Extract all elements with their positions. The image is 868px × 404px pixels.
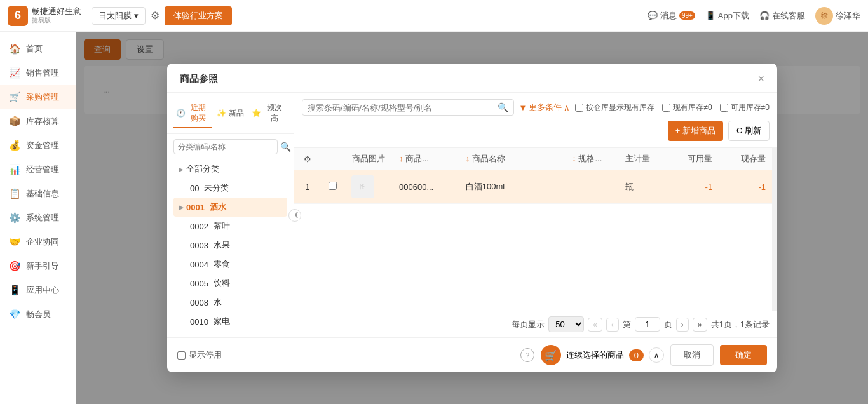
category-search-btn[interactable]: 🔍: [280, 142, 291, 152]
app-download-nav[interactable]: 📱 App下载: [705, 10, 749, 22]
table-wrapper: ⚙ 商品图片 ↕ 商品...: [294, 148, 777, 311]
message-nav[interactable]: 💬 消息 99+: [648, 10, 695, 22]
product-search-input[interactable]: [308, 103, 498, 112]
category-tree: ▶ 全部分类 00 未分类 ▶ 0001 酒水: [167, 159, 294, 331]
th-spec[interactable]: ↕ 规格...: [566, 148, 619, 170]
sidebar-item-inventory[interactable]: 📦 库存核算: [0, 109, 76, 133]
modal-toolbar: 🔍 ▼ 更多条件 ∧ 按仓库显示现有库存: [294, 93, 777, 148]
message-icon: 💬: [648, 11, 658, 20]
sidebar-item-system[interactable]: ⚙️ 系统管理: [0, 206, 76, 230]
cart-label: 连续选择的商品: [566, 349, 624, 361]
filter-checkboxes: 按仓库显示现有库存 现有库存≠0 可用库存≠0: [575, 102, 770, 113]
add-product-btn[interactable]: + 新增商品: [668, 121, 723, 141]
tab-frequent[interactable]: ⭐ 频次高: [249, 99, 287, 128]
th-settings[interactable]: ⚙: [294, 148, 321, 170]
online-service-nav[interactable]: 🎧 在线客服: [759, 10, 805, 22]
sidebar-item-collab[interactable]: 🤝 企业协同: [0, 230, 76, 254]
show-disabled-label[interactable]: 显示停用: [177, 349, 222, 361]
sidebar-item-home[interactable]: 🏠 首页: [0, 37, 76, 61]
cat-0005[interactable]: 0005 饮料: [173, 274, 287, 293]
cell-code: 000600...: [393, 170, 459, 204]
trial-btn[interactable]: 体验行业方案: [165, 6, 232, 25]
more-filter-btn[interactable]: ▼ 更多条件 ∧: [519, 102, 571, 113]
modal-overlay: 商品参照 × 🕐 近期购买 ✨: [76, 32, 868, 404]
checkbox-warehouse-input[interactable]: [575, 104, 583, 112]
prev-page-btn[interactable]: ‹: [606, 318, 619, 332]
sidebar-item-purchase[interactable]: 🛒 采购管理: [0, 85, 76, 109]
sidebar-item-member[interactable]: 💎 畅会员: [0, 302, 76, 327]
checkbox-warehouse[interactable]: 按仓库显示现有库存: [575, 102, 654, 113]
page-input[interactable]: [635, 317, 660, 332]
show-disabled-checkbox[interactable]: [177, 351, 186, 360]
refresh-btn[interactable]: C 刷新: [728, 121, 770, 141]
checkbox-stock-nonzero[interactable]: 现有库存≠0: [662, 102, 712, 113]
confirm-btn[interactable]: 确定: [720, 345, 767, 365]
cat-all[interactable]: ▶ 全部分类: [173, 159, 287, 178]
category-search-input[interactable]: [173, 139, 278, 154]
cat-0001[interactable]: ▶ 0001 酒水: [173, 198, 287, 217]
tab-new[interactable]: ✨ 新品: [212, 99, 250, 128]
company-selector[interactable]: 日太阳膜 ▾: [92, 7, 146, 25]
cell-stock: -1: [719, 170, 772, 204]
sales-icon: 📈: [9, 67, 21, 79]
gear-icon[interactable]: ⚙: [151, 10, 159, 22]
cart-collapse-btn[interactable]: ∧: [649, 347, 664, 363]
th-img: 商品图片: [345, 148, 393, 170]
first-page-btn[interactable]: «: [588, 318, 602, 332]
help-icon[interactable]: ?: [520, 348, 534, 362]
th-check: [321, 148, 345, 170]
avatar: 徐: [815, 7, 833, 25]
sidebar-item-sales[interactable]: 📈 销售管理: [0, 61, 76, 85]
modal-header: 商品参照 ×: [167, 64, 777, 93]
cart-icon[interactable]: 🛒: [541, 345, 561, 365]
cat-0008[interactable]: 0008 水: [173, 293, 287, 312]
sidebar-item-finance[interactable]: 💰 资金管理: [0, 133, 76, 158]
cell-check[interactable]: [321, 170, 345, 204]
next-page-btn[interactable]: ›: [676, 318, 689, 332]
star-icon: ✨: [217, 109, 226, 118]
cancel-btn[interactable]: 取消: [670, 344, 714, 366]
clock-icon: 🕐: [176, 109, 186, 118]
member-icon: 💎: [9, 309, 21, 320]
cat-00[interactable]: 00 未分类: [173, 178, 287, 198]
arrow-icon: ▶: [179, 166, 184, 173]
sidebar-item-basic[interactable]: 📋 基础信息: [0, 182, 76, 206]
sidebar-item-appcenter[interactable]: 📱 应用中心: [0, 278, 76, 302]
search-icon: 🔍: [498, 102, 508, 112]
logo-area: 6 畅捷通好生意 捷易版: [8, 6, 81, 26]
cat-0010[interactable]: 0010 家电: [173, 312, 287, 331]
sort-icon-name: ↕: [466, 154, 470, 163]
phone-icon: 📱: [705, 11, 715, 20]
cell-avail: -1: [665, 170, 719, 204]
checkbox-avail-nonzero[interactable]: 可用库存≠0: [720, 102, 770, 113]
cell-spec: [566, 170, 619, 204]
sidebar-item-operation[interactable]: 📊 经营管理: [0, 158, 76, 182]
sidebar-item-guide[interactable]: 🎯 新手引导: [0, 254, 76, 278]
cat-0004[interactable]: 0004 零食: [173, 255, 287, 274]
checkbox-avail-nonzero-input[interactable]: [720, 104, 728, 112]
tab-recent[interactable]: 🕐 近期购买: [173, 99, 212, 128]
filter-icon: ▼: [519, 103, 527, 112]
cat-0002[interactable]: 0002 茶叶: [173, 217, 287, 236]
cat-0003[interactable]: 0003 水果: [173, 236, 287, 255]
product-modal: 商品参照 × 🕐 近期购买 ✨: [167, 64, 777, 372]
per-page-select[interactable]: 50 100 200: [548, 316, 584, 332]
brand-sub: 捷易版: [32, 16, 81, 25]
vertical-scrollbar[interactable]: [772, 148, 777, 311]
cell-unit: 瓶: [619, 170, 665, 204]
user-profile[interactable]: 徐 徐泽华: [815, 7, 860, 25]
table-header-row: ⚙ 商品图片 ↕ 商品...: [294, 148, 772, 170]
main-layout: 🏠 首页 📈 销售管理 🛒 采购管理 📦 库存核算 💰 资金管理 📊 经营管理 …: [0, 32, 868, 404]
sidebar: 🏠 首页 📈 销售管理 🛒 采购管理 📦 库存核算 💰 资金管理 📊 经营管理 …: [0, 32, 76, 404]
th-code[interactable]: ↕ 商品...: [393, 148, 459, 170]
row-checkbox[interactable]: [329, 182, 337, 190]
th-name[interactable]: ↕ 商品名称: [459, 148, 566, 170]
collapse-left-btn[interactable]: 《: [288, 209, 301, 222]
checkbox-stock-nonzero-input[interactable]: [662, 104, 670, 112]
modal-close-btn[interactable]: ×: [757, 72, 764, 86]
category-search-row: 🔍: [167, 139, 294, 159]
table-row[interactable]: 1 图 000600... 白: [294, 170, 772, 204]
system-icon: ⚙️: [9, 212, 21, 224]
last-page-btn[interactable]: »: [693, 318, 707, 332]
quick-tabs: 🕐 近期购买 ✨ 新品 ⭐ 频次高: [167, 99, 294, 134]
